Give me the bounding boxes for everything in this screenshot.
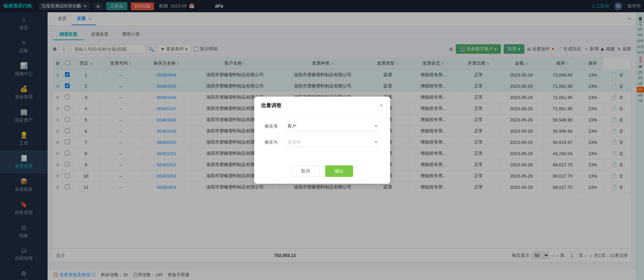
modal-field-select[interactable]: 客户 ▾ xyxy=(285,122,380,131)
modal-to-placeholder: 请选择 xyxy=(288,139,375,145)
modal-modify-label: 修改项 xyxy=(264,123,285,129)
modal-modify-field-row: 修改项 客户 ▾ xyxy=(264,122,380,131)
modal-title: 批量调整 xyxy=(261,102,281,109)
modal-close-btn[interactable]: × xyxy=(380,102,383,109)
modal-to-select[interactable]: 请选择 ▾ xyxy=(285,138,380,147)
modal-to-label: 修改为 xyxy=(264,139,285,145)
modal-field-value: 客户 xyxy=(288,123,375,129)
modal-modify-to-row: 修改为 请选择 ▾ xyxy=(264,138,380,147)
modal-to-dropdown-icon: ▾ xyxy=(375,139,377,145)
batch-adjust-modal: 批量调整 × 修改项 客户 ▾ 修改为 请选择 ▾ 取消 确认 xyxy=(254,97,390,184)
modal-cancel-btn[interactable]: 取消 xyxy=(291,165,320,177)
modal-footer: 取消 确认 xyxy=(254,162,390,184)
modal-header: 批量调整 × xyxy=(254,97,390,114)
modal-confirm-btn[interactable]: 确认 xyxy=(325,165,353,177)
modal-field-dropdown-icon: ▾ xyxy=(375,123,377,129)
modal-body: 修改项 客户 ▾ 修改为 请选择 ▾ xyxy=(254,114,390,162)
modal-overlay: 批量调整 × 修改项 客户 ▾ 修改为 请选择 ▾ 取消 确认 xyxy=(0,0,644,280)
